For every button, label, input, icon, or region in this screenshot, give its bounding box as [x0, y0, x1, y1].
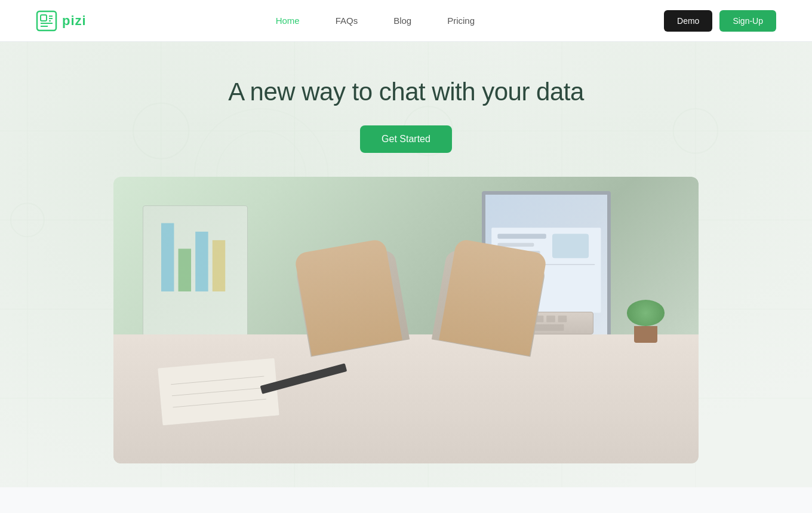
nav-link-blog[interactable]: Blog	[393, 16, 411, 26]
plant-pot	[634, 326, 657, 343]
signup-button[interactable]: Sign-Up	[719, 10, 776, 32]
hero-title: A new way to chat with your data	[228, 78, 584, 106]
navbar: pizi Home FAQs Blog Pricing Demo Sign-Up	[0, 0, 812, 42]
get-started-button[interactable]: Get Started	[360, 125, 452, 153]
plant-top	[627, 300, 665, 325]
logo[interactable]: pizi	[36, 10, 87, 32]
svg-rect-41	[179, 249, 191, 292]
nav-item-blog[interactable]: Blog	[393, 16, 411, 26]
svg-rect-61	[558, 315, 567, 322]
nav-actions: Demo Sign-Up	[664, 10, 776, 32]
nav-link-home[interactable]: Home	[276, 16, 300, 26]
demo-button[interactable]: Demo	[664, 10, 712, 32]
arm-right	[439, 238, 548, 356]
nav-link-pricing[interactable]: Pricing	[447, 16, 475, 26]
desk-scene	[113, 177, 699, 463]
nav-item-pricing[interactable]: Pricing	[447, 16, 475, 26]
svg-rect-43	[213, 240, 225, 291]
svg-rect-40	[161, 223, 174, 291]
arm-left	[294, 238, 402, 356]
plant	[623, 300, 669, 343]
person-arms	[289, 234, 552, 349]
nav-links: Home FAQs Blog Pricing	[276, 16, 475, 26]
svg-rect-42	[195, 232, 208, 291]
hero-section: A new way to chat with your data Get Sta…	[0, 42, 812, 487]
nav-link-faqs[interactable]: FAQs	[336, 16, 358, 26]
logo-icon	[36, 10, 57, 32]
hero-image	[113, 177, 699, 463]
logo-text: pizi	[62, 13, 87, 29]
svg-rect-1	[41, 15, 47, 21]
nav-item-home[interactable]: Home	[276, 16, 300, 26]
hero-image-container	[113, 177, 699, 463]
svg-rect-48	[552, 234, 589, 259]
nav-item-faqs[interactable]: FAQs	[336, 16, 358, 26]
